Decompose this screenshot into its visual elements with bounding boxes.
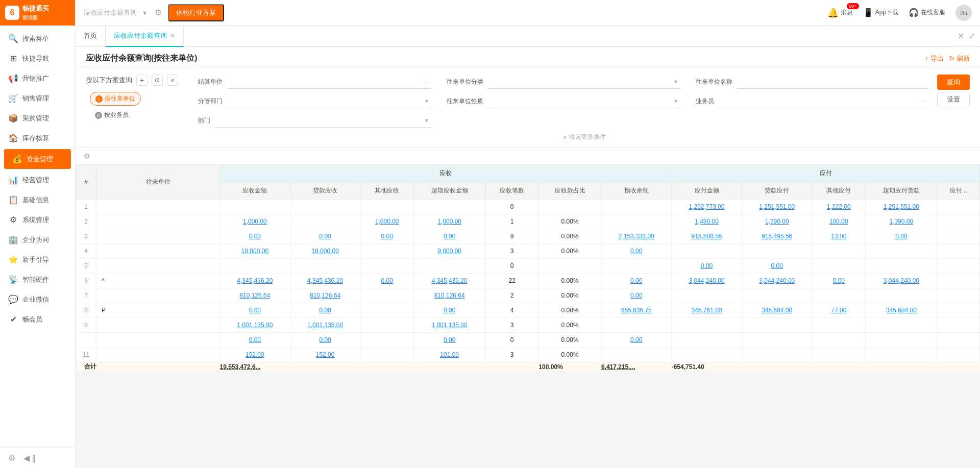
cell-link[interactable]: 915,495.56 — [762, 233, 792, 240]
sidebar-item-inventory[interactable]: 🏠 库存核算 — [0, 128, 75, 148]
cell-link[interactable]: 1,390.00 — [889, 218, 913, 225]
filter-collapse-button[interactable]: « — [167, 75, 178, 86]
promo-button[interactable]: 体验行业方案 — [168, 4, 224, 21]
cell-link[interactable]: 915,508.56 — [691, 233, 722, 240]
tab-home[interactable]: 首页 — [76, 25, 106, 46]
salesperson-input[interactable]: ··· — [718, 94, 929, 108]
cell-link[interactable]: 345,684.00 — [886, 307, 917, 314]
cell-link[interactable]: 0.00 — [249, 307, 261, 314]
cell-link[interactable]: 0.00 — [833, 277, 845, 284]
cell-link[interactable]: 18,000.00 — [241, 248, 268, 255]
gear-icon[interactable]: ⚙ — [155, 8, 162, 17]
settlement-unit-input[interactable]: ··· — [227, 75, 431, 89]
cell-link[interactable]: 345,761.00 — [691, 307, 722, 314]
cell-link[interactable]: 0.00 — [630, 292, 642, 299]
filter-scheme-customer[interactable]: ⊙ 按往来单位 — [90, 92, 141, 106]
cell-link[interactable]: 0.00 — [701, 262, 713, 269]
cell-link[interactable]: 152.00 — [316, 351, 335, 358]
cell-link[interactable]: 0.00 — [381, 277, 393, 284]
tab-close-icon[interactable]: ✕ — [170, 32, 175, 39]
sidebar-item-quicknav[interactable]: ⊞ 快捷导航 — [0, 48, 75, 68]
cell-link[interactable]: 810,126.64 — [310, 292, 340, 299]
cell-link[interactable]: 1,251,551.00 — [759, 203, 795, 210]
sidebar-item-search[interactable]: 🔍 搜索菜单 — [0, 29, 75, 48]
cell-link[interactable]: 13.00 — [831, 233, 846, 240]
cell-link[interactable]: 1,001,135.00 — [432, 322, 468, 329]
cell-link[interactable]: 0.00 — [630, 336, 642, 343]
cell-link[interactable]: 3,044,240.00 — [689, 277, 724, 284]
cell-link[interactable]: 0.00 — [444, 336, 455, 343]
breadcrumb-chevron-icon[interactable]: ▾ — [143, 9, 146, 17]
tab-maximize-icon[interactable]: ⤢ — [968, 31, 975, 41]
filter-scheme-salesperson[interactable]: ⊙ 按业务员 — [90, 109, 141, 121]
cell-link[interactable]: 0.00 — [895, 233, 907, 240]
cell-link[interactable]: 810,126.64 — [434, 292, 465, 299]
sidebar-item-wechat[interactable]: 💬 企业微信 — [0, 289, 75, 309]
cell-link[interactable]: 4,345,436.20 — [307, 277, 343, 284]
dept-supervisor-input[interactable]: ▾ — [227, 94, 431, 108]
sidebar-item-system[interactable]: ⚙ 系统管理 — [0, 210, 75, 230]
cell-link[interactable]: 77.00 — [831, 307, 846, 314]
cell-link[interactable]: 1,000.00 — [437, 218, 461, 225]
cell-link[interactable]: 4,345,436.20 — [237, 277, 273, 284]
refresh-button[interactable]: ↻ 刷新 — [949, 54, 970, 63]
online-service-item[interactable]: 🎧 在线客服 — [909, 8, 945, 17]
cell-link[interactable]: 0.00 — [630, 277, 642, 284]
filter-schema-button[interactable]: ⊙ — [152, 75, 163, 86]
sidebar-item-finance[interactable]: 💰 资金管理 — [4, 149, 71, 169]
cell-link[interactable]: 0.00 — [381, 233, 393, 240]
cell-link[interactable]: 1,001,135.00 — [237, 322, 273, 329]
cell-link[interactable]: 810,126.64 — [239, 292, 270, 299]
cell-link[interactable]: 3,044,240.00 — [759, 277, 795, 284]
cell-link[interactable]: 101.00 — [440, 351, 459, 358]
query-button[interactable]: 查询 — [937, 75, 970, 90]
dept-input[interactable]: ▾ — [214, 113, 431, 128]
sidebar-item-marketing[interactable]: 📢 营销推广 — [0, 68, 75, 88]
tab-minimize-icon[interactable]: ✕ — [958, 31, 964, 41]
collapse-icon[interactable]: ◀ ‖ — [23, 453, 36, 463]
app-download-item[interactable]: 📱 App下载 — [863, 8, 898, 17]
cell-link[interactable]: 0.00 — [444, 233, 455, 240]
sidebar-item-guide[interactable]: ⭐ 新手引导 — [0, 250, 75, 269]
partner-name-input[interactable] — [737, 75, 929, 89]
cell-link[interactable]: 1,490.00 — [695, 218, 719, 225]
sidebar-item-purchase[interactable]: 📦 采购管理 — [0, 108, 75, 128]
total-ar-prepay[interactable]: 6,417,215.... — [601, 362, 672, 372]
cell-link[interactable]: 345,684.00 — [762, 307, 792, 314]
cell-link[interactable]: 0.00 — [249, 233, 261, 240]
table-scroll[interactable]: # 往来单位 应收 应付 应收金额 贷款应收 其他应收 超期应收金额 应收笔数 … — [76, 164, 980, 371]
avatar[interactable]: Rit — [955, 5, 972, 21]
cell-link[interactable]: 0.00 — [630, 248, 642, 255]
cell-link[interactable]: 4,345,436.20 — [432, 277, 468, 284]
cell-link[interactable]: 1,222.00 — [827, 203, 851, 210]
cell-link[interactable]: 9,000.00 — [437, 248, 461, 255]
cell-link[interactable]: 1,000.00 — [375, 218, 399, 225]
sidebar-item-basic[interactable]: 📋 基础信息 — [0, 190, 75, 210]
total-ar-amount[interactable]: 19,553,472,6... — [220, 362, 290, 372]
set-button[interactable]: 设置 — [937, 92, 970, 107]
partner-category-input[interactable]: ▾ — [487, 75, 680, 89]
cell-link[interactable]: 3,044,240.00 — [884, 277, 919, 284]
cell-link[interactable]: 1,252,773.00 — [689, 203, 724, 210]
cell-link[interactable]: 0.00 — [319, 307, 331, 314]
sidebar-item-operations[interactable]: 📊 经营管理 — [0, 170, 75, 190]
notification-item[interactable]: 🔔 99+ 消息 — [827, 7, 853, 18]
cell-link[interactable]: 0.00 — [249, 336, 261, 343]
cell-link[interactable]: 2,153,333.00 — [619, 233, 654, 240]
cell-link[interactable]: 1,000.00 — [243, 218, 267, 225]
settings-bottom-icon[interactable]: ⚙ — [8, 453, 15, 463]
collapse-button[interactable]: ∧ 收起更多条件 — [562, 133, 606, 141]
partner-nature-input[interactable]: ▾ — [487, 94, 680, 108]
table-settings-icon[interactable]: ⚙ — [84, 152, 90, 160]
sidebar-item-member[interactable]: ✔ 畅会员 — [0, 309, 75, 329]
cell-link[interactable]: 0.00 — [319, 233, 331, 240]
cell-link[interactable]: 1,001,135.00 — [307, 322, 343, 329]
cell-link[interactable]: 18,000.00 — [311, 248, 338, 255]
export-button[interactable]: ↑ 导出 — [925, 54, 944, 63]
filter-add-button[interactable]: + — [136, 75, 148, 86]
tab-arreport[interactable]: 应收应付余额查询 ✕ — [106, 26, 184, 47]
cell-link[interactable]: 655,636.75 — [621, 307, 652, 314]
sidebar-item-sales[interactable]: 🛒 销售管理 — [0, 88, 75, 108]
cell-link[interactable]: 1,390.00 — [765, 218, 789, 225]
cell-link[interactable]: 1,251,551.00 — [884, 203, 919, 210]
